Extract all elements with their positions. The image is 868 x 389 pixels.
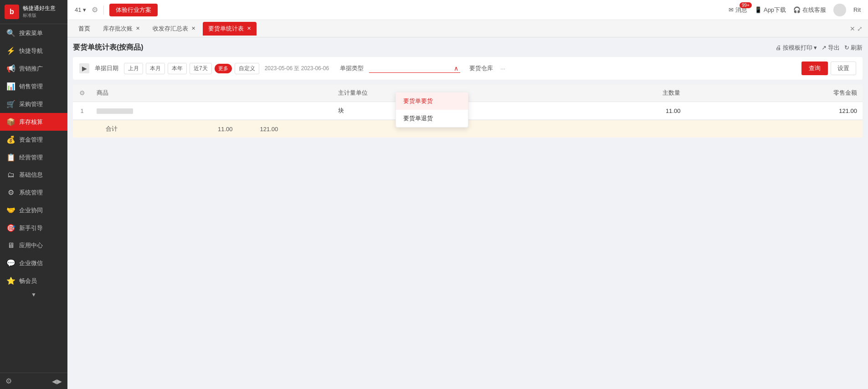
refresh-label: 刷新 <box>851 44 863 52</box>
tab-label: 要货单统计表 <box>208 25 244 33</box>
dropdown-item-1[interactable]: 要货单退货 <box>396 110 468 127</box>
date-filter-buttons: 上月 本月 本年 近7天 更多 自定义 <box>124 63 259 74</box>
brand-name: 畅捷通好生意 <box>23 5 56 12</box>
settings-icon[interactable]: ⚙ <box>5 377 12 385</box>
tab-expand-icon[interactable]: ⤢ <box>857 25 863 32</box>
this-month-btn[interactable]: 本月 <box>146 63 165 74</box>
export-label: 导出 <box>828 44 840 52</box>
tab-home[interactable]: 首页 <box>73 22 96 36</box>
sidebar-item-wechat[interactable]: 💬 企业微信 <box>0 254 67 272</box>
type-dropdown-menu: 要货单要货 要货单退货 <box>395 92 468 128</box>
export-btn[interactable]: ↗ 导出 <box>822 44 840 52</box>
chart-icon: 📊 <box>6 82 15 91</box>
settings-button[interactable]: 设置 <box>831 61 856 75</box>
headset-icon: 🎧 <box>793 6 801 13</box>
tab-receive-summary[interactable]: 收发存汇总表 ✕ <box>147 22 201 36</box>
user-name: Rit <box>853 6 861 13</box>
tab-label: 收发存汇总表 <box>153 25 188 33</box>
date-label: 单据日期 <box>95 64 118 72</box>
sidebar-item-system[interactable]: ⚙ 系统管理 <box>0 184 67 201</box>
monitor-icon: 🖥 <box>6 241 15 250</box>
sidebar-item-label: 搜索菜单 <box>19 29 43 37</box>
app-logo-icon: b <box>5 5 19 19</box>
gear-icon: ⚙ <box>6 188 15 197</box>
message-icon: ✉ <box>729 6 734 13</box>
topbar-right: ✉ 消息 99+ 📱 App下载 🎧 在线客服 Rit <box>729 4 861 16</box>
col-amount: 零售金额 <box>686 84 863 102</box>
type-input-wrap: ∧ <box>369 64 460 73</box>
sidebar-item-marketing[interactable]: 📢 营销推广 <box>0 60 67 77</box>
type-input[interactable] <box>369 64 452 72</box>
tab-order-summary[interactable]: 要货单统计表 ✕ <box>203 22 257 36</box>
refresh-btn[interactable]: ↻ 刷新 <box>844 44 863 52</box>
online-service-btn[interactable]: 🎧 在线客服 <box>793 6 826 14</box>
tab-inventory-batch[interactable]: 库存批次账 ✕ <box>98 22 145 36</box>
page-content: 要货单统计表(按商品) 🖨 按模板打印 ▾ ↗ 导出 ↻ 刷新 <box>67 37 868 389</box>
main-content: 41 ▾ ⚙ 体验行业方案 ✉ 消息 99+ 📱 App下载 🎧 在线客服 Ri… <box>67 0 868 389</box>
sidebar-item-label: 资金管理 <box>19 136 43 144</box>
tab-close-icon[interactable]: ✕ <box>136 26 140 31</box>
type-dropdown-arrow[interactable]: ∧ <box>452 65 460 72</box>
column-settings-icon[interactable]: ⚙ <box>79 89 85 97</box>
query-button[interactable]: 查询 <box>801 61 828 75</box>
more-btn[interactable]: 更多 <box>215 64 232 73</box>
store-name: 41 <box>75 6 81 13</box>
sidebar-item-quick-nav[interactable]: ⚡ 快捷导航 <box>0 42 67 60</box>
tab-close-icon[interactable]: ✕ <box>191 26 195 31</box>
dropdown-item-0[interactable]: 要货单要货 <box>396 92 468 110</box>
online-service-label: 在线客服 <box>802 6 826 14</box>
page-title: 要货单统计表(按商品) <box>73 43 144 52</box>
this-year-btn[interactable]: 本年 <box>168 63 187 74</box>
app-download-btn[interactable]: 📱 App下载 <box>755 6 786 14</box>
print-btn[interactable]: 🖨 按模板打印 ▾ <box>776 44 817 52</box>
collapse-icon[interactable]: ◀▶ <box>52 378 62 385</box>
footer-qty: 11.00 <box>218 126 233 133</box>
sidebar-item-search[interactable]: 🔍 搜索菜单 <box>0 24 67 42</box>
last-7-days-btn[interactable]: 近7天 <box>190 63 212 74</box>
sidebar-item-finance[interactable]: 💰 资金管理 <box>0 131 67 148</box>
sidebar-footer: ⚙ ◀▶ <box>0 373 67 389</box>
sidebar-item-label: 采购管理 <box>19 100 43 108</box>
folder-icon: 🗂 <box>6 171 15 179</box>
warehouse-more-icon[interactable]: ··· <box>500 65 505 72</box>
message-btn[interactable]: ✉ 消息 99+ <box>729 6 747 14</box>
sidebar-scroll-down[interactable]: ▼ <box>0 290 67 300</box>
filter-expand-btn[interactable]: ▶ <box>79 63 89 73</box>
export-icon: ↗ <box>822 44 827 51</box>
filter-bar: ▶ 单据日期 上月 本月 本年 近7天 更多 自定义 2023-05-06 至 … <box>73 57 863 80</box>
app-brand: 畅捷通好生意 标准版 <box>23 5 56 19</box>
lightning-icon: ⚡ <box>6 46 15 55</box>
sidebar-logo: b 畅捷通好生意 标准版 <box>0 0 67 24</box>
sidebar-item-inventory[interactable]: 📦 库存核算 <box>0 113 67 131</box>
sidebar: b 畅捷通好生意 标准版 🔍 搜索菜单 ⚡ 快捷导航 📢 营销推广 📊 销售管理… <box>0 0 67 389</box>
app-download-label: App下载 <box>764 6 786 14</box>
col-setting[interactable]: ⚙ <box>73 84 91 102</box>
col-qty: 主数量 <box>539 84 686 102</box>
user-avatar[interactable] <box>833 4 846 16</box>
tab-close-icon[interactable]: ✕ <box>247 26 251 31</box>
sidebar-item-enterprise[interactable]: 🤝 企业协同 <box>0 201 67 219</box>
sidebar-item-label: 销售管理 <box>19 82 43 91</box>
phone-icon: 📱 <box>755 6 762 13</box>
page-header: 要货单统计表(按商品) 🖨 按模板打印 ▾ ↗ 导出 ↻ 刷新 <box>73 43 863 52</box>
search-icon: 🔍 <box>6 29 15 37</box>
sidebar-item-app-center[interactable]: 🖥 应用中心 <box>0 237 67 254</box>
sidebar-item-purchase[interactable]: 🛒 采购管理 <box>0 95 67 113</box>
message-badge: 99+ <box>740 2 752 8</box>
sidebar-item-sales[interactable]: 📊 销售管理 <box>0 77 67 95</box>
trial-button[interactable]: 体验行业方案 <box>109 4 158 16</box>
sidebar-item-basic-info[interactable]: 🗂 基础信息 <box>0 166 67 184</box>
sidebar-item-operations[interactable]: 📋 经营管理 <box>0 148 67 166</box>
last-month-btn[interactable]: 上月 <box>124 63 143 74</box>
sidebar-item-label: 营销推广 <box>19 65 43 73</box>
row-product <box>91 102 333 120</box>
settings-icon[interactable]: ⚙ <box>92 5 98 14</box>
row-amount: 121.00 <box>686 102 863 120</box>
tab-close-all-icon[interactable]: ✕ <box>850 25 855 32</box>
tab-label: 首页 <box>78 25 90 33</box>
clipboard-icon: 📋 <box>6 153 15 162</box>
sidebar-item-member[interactable]: ⭐ 畅会员 <box>0 272 67 290</box>
sidebar-item-guide[interactable]: 🎯 新手引导 <box>0 219 67 237</box>
custom-btn[interactable]: 自定义 <box>235 63 259 74</box>
store-selector[interactable]: 41 ▾ <box>75 6 86 13</box>
